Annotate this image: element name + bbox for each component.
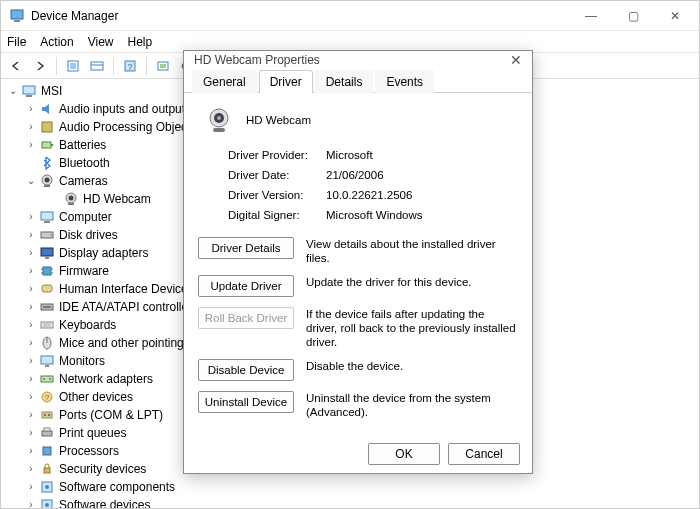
svg-rect-23: [44, 221, 50, 223]
tree-item-label: Ports (COM & LPT): [59, 406, 163, 424]
caret-icon[interactable]: ⌄: [7, 82, 19, 100]
caret-icon[interactable]: ›: [25, 226, 37, 244]
prop-row: Driver Date:21/06/2006: [198, 169, 518, 181]
caret-icon[interactable]: ›: [25, 136, 37, 154]
svg-point-50: [48, 414, 50, 416]
camera-icon: [204, 105, 234, 135]
caret-icon[interactable]: ›: [25, 478, 37, 496]
titlebar: Device Manager — ▢ ✕: [1, 1, 699, 31]
caret-icon[interactable]: ›: [25, 244, 37, 262]
action-row: Disable DeviceDisable the device.: [198, 359, 518, 381]
dialog-close-button[interactable]: ✕: [510, 52, 522, 68]
disk-icon: [39, 227, 55, 243]
window-title: Device Manager: [31, 9, 118, 23]
svg-rect-9: [160, 64, 166, 68]
svg-rect-63: [213, 128, 225, 132]
caret-icon[interactable]: ⌄: [25, 172, 37, 190]
other-icon: ?: [39, 389, 55, 405]
dialog-title: HD Webcam Properties: [194, 53, 320, 67]
forward-button[interactable]: [29, 55, 51, 77]
tree-item-label: Other devices: [59, 388, 133, 406]
svg-rect-22: [41, 212, 53, 220]
tree-item-label: HD Webcam: [83, 190, 151, 208]
caret-icon[interactable]: ›: [25, 424, 37, 442]
action-desc: If the device fails after updating the d…: [306, 307, 518, 349]
port-icon: [39, 407, 55, 423]
toolbar-btn-3[interactable]: ?: [119, 55, 141, 77]
svg-rect-33: [42, 285, 52, 292]
svg-rect-36: [41, 322, 53, 328]
caret-icon[interactable]: ›: [25, 262, 37, 280]
button-update-driver[interactable]: Update Driver: [198, 275, 294, 297]
tab-driver[interactable]: Driver: [259, 70, 313, 93]
menu-file[interactable]: File: [7, 35, 26, 49]
toolbar-btn-1[interactable]: [62, 55, 84, 77]
svg-point-20: [69, 196, 74, 201]
caret-icon[interactable]: ›: [25, 334, 37, 352]
hid-icon: [39, 281, 55, 297]
action-row: Driver DetailsView details about the ins…: [198, 237, 518, 265]
network-icon: [39, 371, 55, 387]
svg-rect-14: [42, 142, 51, 148]
tree-item-label: Computer: [59, 208, 112, 226]
maximize-button[interactable]: ▢: [621, 9, 645, 23]
tree-item-label: IDE ATA/ATAPI controllers: [59, 298, 198, 316]
svg-rect-4: [91, 62, 103, 70]
caret-icon[interactable]: ›: [25, 388, 37, 406]
menu-view[interactable]: View: [88, 35, 114, 49]
tree-item-label: Network adapters: [59, 370, 153, 388]
tree-item-label: Display adapters: [59, 244, 148, 262]
caret-icon[interactable]: ›: [25, 460, 37, 478]
caret-icon[interactable]: ›: [25, 370, 37, 388]
pc-icon: [21, 83, 37, 99]
action-desc: Disable the device.: [306, 359, 518, 373]
device-name: HD Webcam: [246, 114, 311, 126]
tree-item-software[interactable]: ›Software devices: [5, 496, 695, 508]
button-uninstall-device[interactable]: Uninstall Device: [198, 391, 294, 413]
svg-rect-18: [44, 185, 50, 187]
software-icon: [39, 497, 55, 508]
svg-rect-15: [51, 144, 53, 146]
caret-icon[interactable]: ›: [25, 118, 37, 136]
menu-action[interactable]: Action: [40, 35, 73, 49]
display-icon: [39, 245, 55, 261]
caret-icon[interactable]: ›: [25, 100, 37, 118]
close-button[interactable]: ✕: [663, 9, 687, 23]
toolbar-btn-2[interactable]: [86, 55, 108, 77]
tree-item-label: Print queues: [59, 424, 126, 442]
svg-text:?: ?: [127, 62, 132, 72]
caret-icon[interactable]: ›: [25, 406, 37, 424]
caret-icon[interactable]: ›: [25, 442, 37, 460]
tab-events[interactable]: Events: [375, 70, 434, 93]
minimize-button[interactable]: —: [579, 9, 603, 23]
computer-icon: [39, 209, 55, 225]
printer-icon: [39, 425, 55, 441]
caret-icon[interactable]: ›: [25, 316, 37, 334]
button-disable-device[interactable]: Disable Device: [198, 359, 294, 381]
action-row: Update DriverUpdate the driver for this …: [198, 275, 518, 297]
svg-point-17: [45, 178, 50, 183]
svg-point-49: [44, 414, 46, 416]
app-icon: [9, 8, 25, 24]
caret-icon[interactable]: ›: [25, 280, 37, 298]
caret-icon[interactable]: ›: [25, 298, 37, 316]
menu-help[interactable]: Help: [128, 35, 153, 49]
toolbar-btn-4[interactable]: [152, 55, 174, 77]
tab-general[interactable]: General: [192, 70, 257, 93]
caret-icon[interactable]: ›: [25, 208, 37, 226]
tree-item-label: MSI: [41, 82, 62, 100]
prop-label: Driver Version:: [228, 189, 318, 201]
caret-icon[interactable]: ›: [25, 496, 37, 508]
ok-button[interactable]: OK: [368, 443, 440, 465]
back-button[interactable]: [5, 55, 27, 77]
bluetooth-icon: [39, 155, 55, 171]
svg-point-62: [217, 116, 221, 120]
tab-details[interactable]: Details: [315, 70, 374, 93]
svg-point-58: [45, 503, 49, 507]
cancel-button[interactable]: Cancel: [448, 443, 520, 465]
caret-icon[interactable]: ›: [25, 352, 37, 370]
button-driver-details[interactable]: Driver Details: [198, 237, 294, 259]
software-icon: [39, 479, 55, 495]
tree-item-software[interactable]: ›Software components: [5, 478, 695, 496]
action-desc: Uninstall the device from the system (Ad…: [306, 391, 518, 419]
